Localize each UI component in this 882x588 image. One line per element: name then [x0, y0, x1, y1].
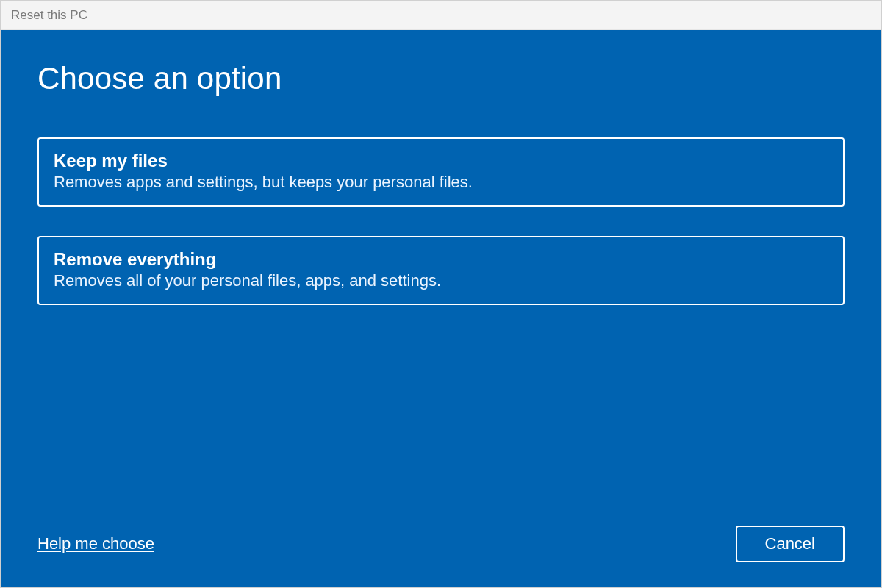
option-keep-my-files[interactable]: Keep my files Removes apps and settings,…: [37, 137, 845, 207]
footer: Help me choose Cancel: [37, 526, 845, 562]
options-list: Keep my files Removes apps and settings,…: [37, 137, 845, 305]
option-description: Removes all of your personal files, apps…: [54, 271, 828, 290]
option-remove-everything[interactable]: Remove everything Removes all of your pe…: [37, 236, 845, 305]
option-title: Keep my files: [54, 151, 828, 171]
window-frame: Reset this PC Choose an option Keep my f…: [0, 0, 882, 588]
content-area: Choose an option Keep my files Removes a…: [1, 30, 881, 587]
cancel-button[interactable]: Cancel: [736, 526, 845, 562]
window-title: Reset this PC: [11, 8, 87, 23]
page-title: Choose an option: [37, 61, 845, 96]
titlebar: Reset this PC: [1, 1, 881, 30]
help-me-choose-link[interactable]: Help me choose: [37, 534, 154, 553]
option-description: Removes apps and settings, but keeps you…: [54, 173, 828, 192]
option-title: Remove everything: [54, 249, 828, 270]
